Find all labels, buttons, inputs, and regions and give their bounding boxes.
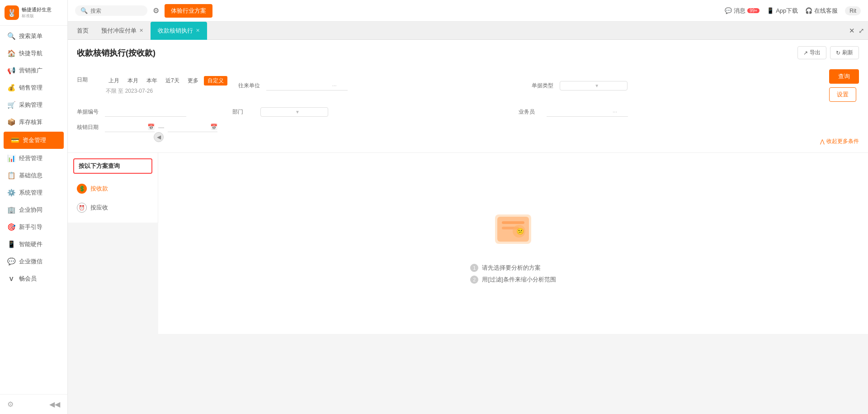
sidebar-item-basic[interactable]: 📋 基础信息 <box>0 167 67 184</box>
doc-no-input[interactable] <box>105 109 168 115</box>
export-button[interactable]: ↗ 导出 <box>797 46 826 59</box>
dept-select[interactable]: ▼ <box>260 107 328 117</box>
user-name: Rit <box>849 8 856 14</box>
support-icon: 🎧 <box>805 7 812 14</box>
sidebar-item-inventory[interactable]: 📦 库存核算 <box>0 114 67 131</box>
counterparty-more-icon[interactable]: ··· <box>332 82 337 89</box>
tab-verify[interactable]: 收款核销执行 ✕ <box>151 22 207 40</box>
verify-date-start-box[interactable]: 2023-03-01 📅 <box>105 122 155 132</box>
sidebar-item-system[interactable]: ⚙️ 系统管理 <box>0 184 67 201</box>
download-icon: 📱 <box>767 7 774 14</box>
tab-bar: 首页 预付冲应付单 ✕ 收款核销执行 ✕ ✕ ⤢ <box>68 22 868 40</box>
dept-arrow-icon: ▼ <box>295 109 324 114</box>
user-info[interactable]: Rit <box>845 6 861 15</box>
messages-button[interactable]: 💬 消息 99+ <box>725 7 760 15</box>
empty-tips: 1 请先选择要分析的方案 2 用[过滤]条件来缩小分析范围 <box>470 264 556 284</box>
counterparty-field[interactable]: ··· <box>266 81 348 90</box>
counterparty-input[interactable] <box>266 82 330 89</box>
tab-verify-close[interactable]: ✕ <box>196 28 200 33</box>
header-search-box[interactable]: 🔍 <box>75 5 147 16</box>
doc-type-arrow-icon: ▼ <box>594 83 623 88</box>
tab-bar-actions: ✕ ⤢ <box>849 27 864 35</box>
tab-home[interactable]: 首页 <box>71 23 94 38</box>
shortcut-last-month[interactable]: 上月 <box>106 76 122 86</box>
collapse-sidebar-icon[interactable]: ◀◀ <box>49 400 60 409</box>
filter-settings-button[interactable]: 设置 <box>829 87 856 102</box>
verify-date-end-calendar-icon[interactable]: 📅 <box>210 124 217 130</box>
finance-icon: 💳 <box>11 136 19 144</box>
receipt-type-icon: 💲 <box>77 184 87 194</box>
shortcut-more[interactable]: 更多 <box>185 76 201 86</box>
sidebar-label-search: 搜索菜单 <box>19 32 42 40</box>
sidebar-label-inventory: 库存核算 <box>19 118 42 126</box>
staff-more-icon[interactable]: ··· <box>613 109 617 115</box>
purchase-icon: 🛒 <box>7 101 15 109</box>
svg-text:😕: 😕 <box>516 228 524 235</box>
sidebar-item-marketing[interactable]: 📢 营销推广 <box>0 62 67 79</box>
sidebar-item-nav[interactable]: 🏠 快捷导航 <box>0 45 67 62</box>
sidebar-item-hardware[interactable]: 📱 智能硬件 <box>0 236 67 253</box>
app-download-button[interactable]: 📱 App下载 <box>767 7 798 15</box>
tab-prepay-close[interactable]: ✕ <box>139 28 143 33</box>
sidebar-item-operation[interactable]: 📊 经营管理 <box>0 150 67 167</box>
sidebar-item-finance[interactable]: 💳 资金管理 <box>4 132 64 149</box>
app-logo: 🐰 畅捷通好生意 标准版 <box>0 0 67 26</box>
search-icon-header: 🔍 <box>80 7 88 14</box>
sidebar-item-wechat[interactable]: 💬 企业微信 <box>0 253 67 270</box>
sidebar-label-hardware: 智能硬件 <box>19 240 42 248</box>
verify-date-label: 核销日期 <box>77 124 102 131</box>
shortcut-7days[interactable]: 近7天 <box>163 76 182 86</box>
query-type-by-receipt[interactable]: 💲 按收款 <box>73 179 152 198</box>
app-download-label: App下载 <box>776 7 798 15</box>
date-unlimited-text: 不限 至 2023-07-26 <box>106 87 227 95</box>
online-support-button[interactable]: 🎧 在线客服 <box>805 7 838 15</box>
app-name: 畅捷通好生意 <box>22 6 52 13</box>
staff-field[interactable]: ··· <box>547 107 628 117</box>
settings-icon[interactable]: ⚙ <box>153 6 159 15</box>
page-header: 收款核销执行(按收款) ↗ 导出 ↻ 刷新 <box>68 40 868 64</box>
verify-date-end-input[interactable]: 2023-07-21 <box>168 124 208 130</box>
staff-label: 业务员 <box>519 108 544 116</box>
search-input[interactable] <box>90 8 136 14</box>
verify-date-end-box[interactable]: 2023-07-21 📅 <box>168 122 217 132</box>
sidebar-item-enterprise[interactable]: 🏢 企业协同 <box>0 201 67 219</box>
content-body: 按以下方案查询 💲 按收款 ⏰ 按应收 <box>68 153 868 334</box>
sidebar-label-nav: 快捷导航 <box>19 49 42 57</box>
header-actions: 💬 消息 99+ 📱 App下载 🎧 在线客服 Rit <box>725 6 861 15</box>
sidebar-item-member[interactable]: V 畅会员 <box>0 270 67 287</box>
system-icon: ⚙️ <box>7 189 15 197</box>
doc-no-field[interactable] <box>105 107 186 117</box>
tab-expand-icon[interactable]: ⤢ <box>859 27 864 35</box>
sidebar-item-sales[interactable]: 💰 销售管理 <box>0 79 67 96</box>
sidebar-label-guide: 新手引导 <box>19 223 42 231</box>
empty-illustration: 😕 <box>488 203 538 253</box>
verify-date-range: 2023-03-01 📅 — 2023-07-21 📅 <box>105 122 217 132</box>
shortcut-this-year[interactable]: 本年 <box>144 76 160 86</box>
query-button[interactable]: 查询 <box>829 69 859 84</box>
sidebar-item-guide[interactable]: 🎯 新手引导 <box>0 219 67 236</box>
empty-tip-2: 2 用[过滤]条件来缩小分析范围 <box>470 276 556 284</box>
home-icon: 🏠 <box>7 49 15 57</box>
tab-prepay[interactable]: 预付冲应付单 ✕ <box>94 22 151 40</box>
shortcut-custom[interactable]: 自定义 <box>204 76 227 86</box>
verify-date-start-input[interactable]: 2023-03-01 <box>105 124 146 130</box>
tab-close-all-icon[interactable]: ✕ <box>849 27 855 35</box>
solution-button[interactable]: 体验行业方案 <box>165 4 212 18</box>
collapse-query-panel-button[interactable]: ◀ <box>154 132 164 142</box>
collapse-filter-button[interactable]: ⋀ 收起更多条件 <box>77 138 859 145</box>
query-type-by-receivable[interactable]: ⏰ 按应收 <box>73 198 152 217</box>
shortcut-this-month[interactable]: 本月 <box>125 76 141 86</box>
search-icon: 🔍 <box>7 32 15 40</box>
refresh-icon: ↻ <box>836 50 840 56</box>
verify-date-start-calendar-icon[interactable]: 📅 <box>147 124 155 130</box>
sidebar-label-member: 畅会员 <box>19 275 37 283</box>
sidebar-label-operation: 经营管理 <box>19 154 42 162</box>
settings-footer-icon[interactable]: ⚙ <box>7 400 14 409</box>
refresh-button[interactable]: ↻ 刷新 <box>830 46 859 59</box>
query-panel-title: 按以下方案查询 <box>79 162 120 169</box>
sidebar-item-search[interactable]: 🔍 搜索菜单 <box>0 28 67 45</box>
doc-type-select[interactable]: ▼ <box>560 81 627 90</box>
sidebar-item-purchase[interactable]: 🛒 采购管理 <box>0 96 67 114</box>
online-support-label: 在线客服 <box>814 7 838 15</box>
staff-input[interactable] <box>547 109 610 115</box>
